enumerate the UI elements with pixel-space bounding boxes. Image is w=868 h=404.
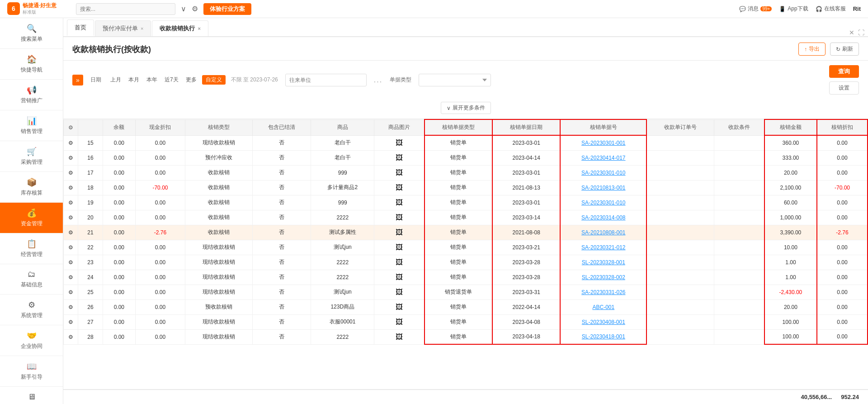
- date-link-lastmonth[interactable]: 上月: [108, 75, 123, 85]
- cell-cancel_bill_no-5[interactable]: SA-20230314-008: [560, 210, 646, 225]
- tab-close-prepay[interactable]: ×: [141, 26, 143, 31]
- page-header-actions: ↑ 导出 ↻ 刷新: [798, 43, 859, 56]
- query-button[interactable]: 查询: [829, 65, 859, 78]
- gear-icon[interactable]: ⚙: [68, 140, 73, 146]
- tab-close-collection[interactable]: ×: [198, 26, 200, 31]
- app-download-item[interactable]: 📱 App下载: [779, 5, 808, 13]
- gear-icon[interactable]: ⚙: [68, 214, 73, 221]
- cell-cancel_bill_no-10[interactable]: SA-20230331-026: [560, 285, 646, 299]
- setting-button[interactable]: 设置: [829, 81, 859, 95]
- gear-icon[interactable]: ⚙: [68, 289, 73, 295]
- cell-cancel_bill_no-12[interactable]: SL-20230408-001: [560, 314, 646, 329]
- link-cancel_bill_no-1[interactable]: SA-20230414-017: [581, 155, 625, 161]
- search-input[interactable]: [76, 3, 175, 15]
- link-cancel_bill_no-0[interactable]: SA-20230301-001: [581, 140, 625, 146]
- cell-cancel_bill_no-9[interactable]: SL-20230328-002: [560, 270, 646, 285]
- link-cancel_bill_no-2[interactable]: SA-20230301-010: [581, 170, 625, 176]
- bill-type-select[interactable]: [419, 74, 491, 86]
- sidebar-item-hardware[interactable]: 🖥 智能硬件: [0, 387, 63, 404]
- cell-cancel_bill_no-11[interactable]: ABC-001: [560, 299, 646, 314]
- sidebar-item-purchase[interactable]: 🛒 采购管理: [0, 141, 63, 172]
- settings-icon[interactable]: ⚙: [192, 5, 198, 13]
- link-cancel_bill_no-3[interactable]: SA-20210813-001: [581, 185, 625, 191]
- gear-icon[interactable]: ⚙: [68, 200, 73, 206]
- link-cancel_bill_no-8[interactable]: SL-20230328-001: [582, 259, 625, 266]
- sidebar-item-sales[interactable]: 📊 销售管理: [0, 110, 63, 141]
- tab-home[interactable]: 首页: [67, 19, 94, 36]
- online-service-item[interactable]: 🎧 在线客服: [816, 5, 846, 13]
- cell-receipt_order_no-13: [646, 329, 714, 344]
- link-cancel_bill_no-7[interactable]: SA-20230321-012: [581, 244, 625, 251]
- maximize-icon[interactable]: ⛶: [858, 29, 864, 36]
- product-image: 🖼: [396, 258, 403, 266]
- tab-prepay[interactable]: 预付冲应付单×: [95, 20, 151, 36]
- sidebar-item-system[interactable]: ⚙ 系统管理: [0, 295, 63, 325]
- link-cancel_bill_no-12[interactable]: SL-20230408-001: [582, 319, 625, 325]
- sidebar-item-basic[interactable]: 🗂 基础信息: [0, 264, 63, 295]
- cell-cancel_bill_no-8[interactable]: SL-20230328-001: [560, 255, 646, 270]
- link-cancel_bill_no-11[interactable]: ABC-001: [592, 304, 614, 310]
- sidebar-item-operations[interactable]: 📋 经营管理: [0, 233, 63, 264]
- gear-icon[interactable]: ⚙: [68, 319, 73, 325]
- messages-item[interactable]: 💬 消息 99+: [739, 5, 772, 13]
- sidebar-item-quicknav[interactable]: 🏠 快捷导航: [0, 49, 63, 80]
- expand-more-button[interactable]: ∨ 展开更多条件: [441, 102, 491, 114]
- col-header-receipt_condition: 收款条件: [714, 119, 764, 135]
- link-cancel_bill_no-9[interactable]: SL-20230328-002: [582, 274, 625, 280]
- date-link-thismonth[interactable]: 本月: [127, 75, 141, 85]
- date-link-more[interactable]: 更多: [184, 75, 198, 85]
- cell-cancel_bill_no-7[interactable]: SA-20230321-012: [560, 240, 646, 255]
- filter-row-1: » 日期 上月 本月 本年 近7天 更多 自定义 不限 至 2023-07-26…: [72, 65, 859, 95]
- cell-include_settled-2: 否: [252, 165, 311, 180]
- sidebar-item-guide[interactable]: 📖 新手引导: [0, 356, 63, 387]
- cell-cancel_bill_no-13[interactable]: SL-20230418-001: [560, 329, 646, 344]
- cell-cancel_bill_no-1[interactable]: SA-20230414-017: [560, 150, 646, 165]
- date-link-7days[interactable]: 近7天: [163, 75, 180, 85]
- cell-product-1: 老白干: [311, 150, 374, 165]
- gear-icon[interactable]: ⚙: [68, 229, 73, 236]
- industry-solution-button[interactable]: 体验行业方案: [203, 3, 251, 15]
- gear-icon[interactable]: ⚙: [68, 170, 73, 176]
- gear-icon[interactable]: ⚙: [68, 259, 73, 266]
- from-unit-input[interactable]: [285, 74, 367, 86]
- cell-cancel_date-6: 2021-08-08: [492, 225, 560, 240]
- filter-expand-button[interactable]: »: [72, 75, 83, 86]
- table-row: ⚙240.000.00现结收款核销否2222🖼销货单2023-03-28SL-2…: [64, 270, 868, 285]
- link-cancel_bill_no-10[interactable]: SA-20230331-026: [581, 289, 625, 295]
- gear-icon[interactable]: ∨: [181, 5, 186, 13]
- sidebar-item-finance[interactable]: 💰 资金管理: [0, 203, 63, 233]
- gear-icon[interactable]: ⚙: [68, 274, 73, 280]
- cell-cancel_bill_no-2[interactable]: SA-20230301-010: [560, 165, 646, 180]
- sidebar-label-inventory: 库存核算: [21, 189, 42, 197]
- gear-icon[interactable]: ⚙: [68, 155, 73, 161]
- cell-include_settled-6: 否: [252, 225, 311, 240]
- sidebar-item-inventory[interactable]: 📦 库存核算: [0, 172, 63, 203]
- cell-cancel_bill_type-13: 销货单: [425, 329, 492, 344]
- export-button[interactable]: ↑ 导出: [798, 43, 826, 56]
- refresh-button[interactable]: ↻ 刷新: [830, 43, 859, 56]
- link-cancel_bill_no-6[interactable]: SA-20210808-001: [581, 229, 625, 236]
- gear-icon[interactable]: ⚙: [68, 334, 73, 340]
- link-cancel_bill_no-13[interactable]: SL-20230418-001: [582, 333, 625, 340]
- date-custom-button[interactable]: 自定义: [202, 75, 226, 85]
- link-cancel_bill_no-5[interactable]: SA-20230314-008: [581, 214, 625, 221]
- page-content: 收款核销执行(按收款) ↑ 导出 ↻ 刷新 » 日期: [63, 37, 868, 404]
- sidebar-item-search[interactable]: 🔍 搜索菜单: [0, 18, 63, 49]
- cell-cancel_type-11: 预收款核销: [185, 299, 253, 314]
- date-link-thisyear[interactable]: 本年: [145, 75, 159, 85]
- cell-cancel_bill_no-3[interactable]: SA-20210813-001: [560, 180, 646, 195]
- close-window-icon[interactable]: ✕: [849, 29, 854, 36]
- tab-collection[interactable]: 收款核销执行×: [152, 20, 208, 36]
- gear-icon[interactable]: ⚙: [68, 185, 73, 191]
- cell-receipt_order_no-0: [646, 135, 714, 150]
- sidebar-item-marketing[interactable]: 📢 营销推广: [0, 80, 63, 110]
- sidebar-label-operations: 经营管理: [21, 251, 42, 258]
- cell-cancel_bill_no-4[interactable]: SA-20230301-010: [560, 195, 646, 210]
- cell-cancel_bill_no-6[interactable]: SA-20210808-001: [560, 225, 646, 240]
- gear-icon[interactable]: ⚙: [68, 244, 73, 251]
- sidebar-item-enterprise[interactable]: 🤝 企业协同: [0, 325, 63, 356]
- gear-icon[interactable]: ⚙: [68, 304, 73, 310]
- link-cancel_bill_no-4[interactable]: SA-20230301-010: [581, 200, 625, 206]
- cell-cancel_bill_no-0[interactable]: SA-20230301-001: [560, 135, 646, 150]
- table-container[interactable]: ⚙余额现金折扣核销类型包含已结清商品商品图片核销单据类型核销单据日期核销单据号收…: [63, 119, 868, 389]
